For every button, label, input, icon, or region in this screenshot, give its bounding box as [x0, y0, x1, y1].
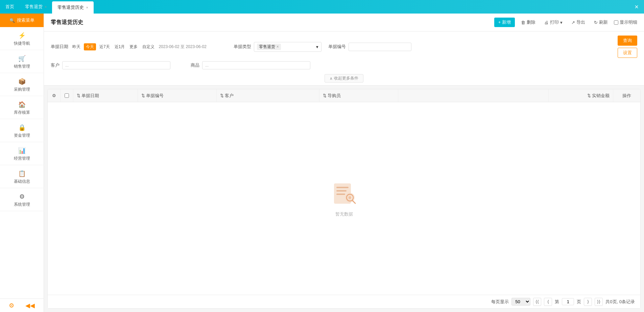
date-opt-last-month[interactable]: 近1月 [113, 43, 126, 50]
th-guide: ⇅ 导购员 [319, 89, 398, 102]
sidebar-item-finance[interactable]: 🔒 资金管理 [0, 119, 44, 142]
tab-retail-return-history-close[interactable]: × [86, 5, 88, 9]
sidebar-item-basic-info[interactable]: 📋 基础信息 [0, 165, 44, 188]
show-detail-checkbox[interactable]: 显示明细 [614, 19, 637, 25]
sidebar-item-operations-label: 经营管理 [14, 156, 30, 161]
tab-bar: 首页 零售退货 × 零售退货历史 × [0, 0, 635, 14]
empty-state: 暂无数据 [329, 180, 359, 217]
export-icon: ↗ [571, 20, 575, 25]
delete-button[interactable]: 🗑 删除 [518, 18, 538, 27]
page-first-button[interactable]: ⟨⟨ [533, 298, 541, 306]
page-number-input[interactable] [562, 298, 574, 305]
customer-select[interactable]: ... [62, 61, 170, 69]
bill-type-tag: 零售退货 × [257, 44, 281, 50]
basic-info-icon: 📋 [18, 170, 26, 177]
goods-select[interactable]: ... [202, 61, 310, 69]
pagination: 每页显示 50 100 200 ⟨⟨ ⟨ 第 页 ⟩ ⟩⟩ 共0页, 0条记录 [48, 295, 640, 308]
sidebar-item-inventory[interactable]: 🏠 库存核算 [0, 96, 44, 119]
sidebar-item-operations[interactable]: 📊 经营管理 [0, 142, 44, 165]
th-checkbox[interactable] [61, 89, 73, 102]
th-bill-sort-icon[interactable]: ⇅ [141, 93, 145, 98]
th-action: 操作 [613, 89, 640, 102]
sidebar-item-finance-label: 资金管理 [14, 133, 30, 138]
page-last-button[interactable]: ⟩⟩ [595, 298, 603, 306]
page-prev-button[interactable]: ⟨ [544, 298, 552, 306]
setting-button[interactable]: 设置 [618, 48, 637, 58]
select-all-checkbox[interactable] [65, 93, 69, 98]
sidebar-audio-button[interactable]: ◀◀ [25, 302, 35, 309]
th-customer-label: 客户 [225, 93, 234, 99]
print-button[interactable]: 🖨 打印 ▾ [542, 18, 565, 27]
date-opt-today[interactable]: 今天 [84, 43, 96, 50]
per-page-select[interactable]: 50 100 200 [511, 298, 530, 306]
bill-type-dropdown-icon: ▾ [316, 44, 318, 49]
th-amount: ⇅ 实销金额 [549, 89, 613, 102]
query-button[interactable]: 查询 [618, 36, 637, 46]
goods-label: 商品 [191, 62, 199, 68]
bill-type-tag-value: 零售退货 [259, 44, 275, 50]
th-guide-label: 导购员 [328, 93, 341, 99]
tab-home-label: 首页 [5, 4, 14, 10]
sidebar-item-quick-nav-label: 快捷导航 [14, 41, 30, 46]
customer-label: 客户 [51, 62, 59, 68]
show-detail-label: 显示明细 [620, 19, 637, 25]
export-button[interactable]: ↗ 导出 [569, 18, 588, 27]
system-icon: ⚙ [19, 193, 25, 200]
sidebar-item-system[interactable]: ⚙ 系统管理 [0, 188, 44, 211]
sidebar-item-quick-nav[interactable]: ⚡ 快捷导航 [0, 27, 44, 50]
page-label: 第 [555, 299, 559, 305]
print-icon: 🖨 [544, 20, 549, 25]
tab-retail-return[interactable]: 零售退货 × [20, 0, 52, 14]
date-opt-last7[interactable]: 近7天 [98, 43, 111, 50]
date-opt-custom[interactable]: 自定义 [141, 43, 156, 50]
empty-illustration [329, 180, 359, 207]
sidebar-item-inventory-label: 库存核算 [14, 110, 30, 115]
show-detail-input[interactable] [614, 20, 618, 25]
query-buttons: 查询 设置 [618, 36, 637, 58]
th-bill-no: ⇅ 单据编号 [138, 89, 217, 102]
quick-nav-icon: ⚡ [18, 32, 26, 39]
bill-type-select[interactable]: 零售退货 × ▾ [254, 42, 321, 52]
bill-number-input[interactable] [349, 43, 411, 51]
page-title: 零售退货历史 [51, 19, 83, 26]
sidebar-bottom: ⚙ ◀◀ [0, 298, 44, 312]
add-button[interactable]: + 新增 [494, 18, 515, 27]
sidebar-search[interactable]: 🔍 搜索菜单 [0, 14, 44, 27]
tab-retail-return-close[interactable]: × [45, 5, 47, 9]
th-customer: ⇅ 客户 [217, 89, 319, 102]
collapse-label: 收起更多条件 [334, 75, 358, 81]
sidebar-item-purchase-mgmt[interactable]: 📦 采购管理 [0, 73, 44, 96]
th-amount-sort-icon[interactable]: ⇅ [587, 93, 591, 98]
window-close-button[interactable]: × [635, 3, 644, 11]
th-settings[interactable]: ⚙ [48, 89, 61, 102]
page-unit: 页 [577, 299, 581, 305]
refresh-button[interactable]: ↻ 刷新 [591, 18, 611, 27]
th-guide-sort-icon[interactable]: ⇅ [323, 93, 327, 98]
export-label: 导出 [576, 19, 585, 25]
bill-type-filter-group: 单据类型 零售退货 × ▾ [234, 42, 321, 52]
sidebar-item-sales-mgmt-label: 销售管理 [14, 64, 30, 69]
tab-retail-return-history[interactable]: 零售退货历史 × [52, 1, 93, 14]
page-next-button[interactable]: ⟩ [584, 298, 592, 306]
empty-text: 暂无数据 [335, 211, 353, 217]
th-date: ⇅ 单据日期 [73, 89, 138, 102]
tab-home[interactable]: 首页 [0, 0, 20, 14]
svg-rect-1 [336, 187, 349, 188]
tab-retail-return-label: 零售退货 [25, 4, 43, 10]
bill-number-filter-group: 单据编号 [328, 43, 411, 51]
date-opt-more[interactable]: 更多 [128, 43, 139, 50]
svg-line-6 [352, 200, 355, 203]
th-date-sort-icon[interactable]: ⇅ [77, 93, 80, 98]
th-customer-sort-icon[interactable]: ⇅ [220, 93, 224, 98]
content: 零售退货历史 + 新增 🗑 删除 🖨 打印 ▾ ↗ 导出 ↻ [44, 14, 644, 312]
date-opt-yesterday[interactable]: 昨天 [71, 43, 82, 50]
table-header: ⚙ ⇅ 单据日期 ⇅ 单据编号 ⇅ 客户 ⇅ [48, 89, 640, 102]
collapse-button[interactable]: ∧ 收起更多条件 [325, 74, 363, 83]
filter-row-1: 单据日期 昨天 今天 近7天 近1月 更多 自定义 2023-06-02 至 2… [51, 36, 637, 58]
sidebar-item-sales-mgmt[interactable]: 🛒 销售管理 [0, 50, 44, 73]
date-range-text: 2023-06-02 至 2023-06-02 [159, 44, 206, 50]
collapse-row: ∧ 收起更多条件 [51, 73, 637, 85]
bill-type-tag-remove[interactable]: × [277, 44, 279, 49]
svg-rect-3 [336, 194, 345, 195]
sidebar-gear-button[interactable]: ⚙ [9, 302, 14, 309]
